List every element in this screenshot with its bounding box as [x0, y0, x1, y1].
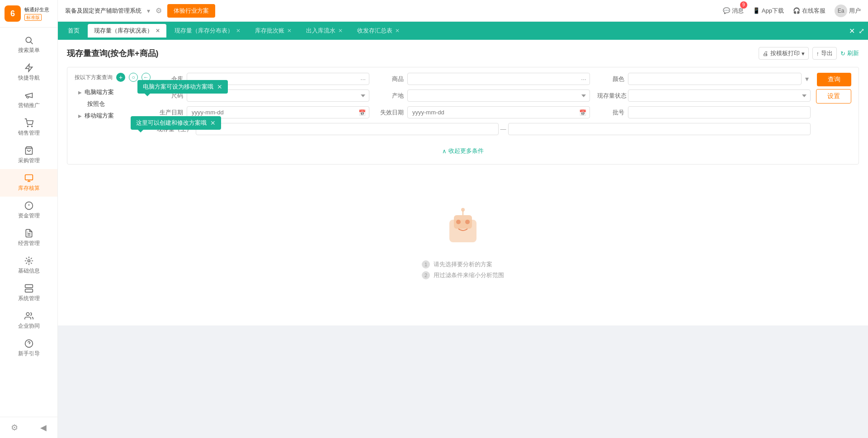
svg-point-4: [31, 126, 32, 127]
sidebar-item-marketing[interactable]: 营销推广: [0, 86, 57, 114]
sidebar-item-sales[interactable]: 销售管理: [0, 114, 57, 141]
sidebar-item-guide[interactable]: 新手引导: [0, 334, 57, 362]
step-2-num: 2: [422, 271, 430, 279]
industry-plan-button[interactable]: 体验行业方案: [167, 4, 215, 18]
tab-close-icon[interactable]: ✕: [338, 28, 343, 34]
tab-inventory-dist[interactable]: 现存量（库存分布表） ✕: [168, 24, 247, 38]
filter-row-1: 仓库 ··· 商品 ···: [156, 73, 811, 85]
expire-date-calendar-icon[interactable]: 📅: [579, 109, 586, 116]
export-icon: ↑: [816, 50, 820, 57]
tab-inout-flow[interactable]: 出入库流水 ✕: [300, 24, 349, 38]
user-avatar: Ea: [835, 5, 847, 17]
system-icon: [24, 284, 33, 293]
message-button[interactable]: 💬 消息 9: [723, 7, 744, 15]
query-button[interactable]: 查询: [817, 73, 851, 86]
color-input[interactable]: [628, 73, 802, 85]
tab-inventory-status[interactable]: 现存量（库存状况表） ✕: [88, 24, 166, 38]
brand-name: 畅通好生意: [24, 6, 49, 13]
app-download-button[interactable]: 📱 App下载: [753, 7, 784, 15]
sidebar-item-label: 基础信息: [18, 267, 40, 275]
filter-field-expire-date: 失效日期 📅: [377, 106, 590, 118]
sidebar-item-operation[interactable]: 经营管理: [0, 224, 57, 252]
origin-select[interactable]: [407, 89, 590, 102]
tab-label: 收发存汇总表: [357, 27, 392, 35]
filter-edit-button[interactable]: ○: [129, 73, 138, 82]
topbar: 装备及固定资产辅助管理系统 ▾ ⚙ 体验行业方案 💬 消息 9 📱 App下载 …: [58, 0, 868, 22]
message-badge: 9: [740, 1, 747, 9]
inventory-status-select[interactable]: [628, 89, 811, 102]
origin-label: 产地: [377, 92, 404, 100]
svg-point-19: [26, 313, 29, 316]
expire-date-input[interactable]: [407, 106, 590, 118]
sidebar-item-finance[interactable]: 资金管理: [0, 197, 57, 224]
enterprise-icon: [24, 311, 33, 320]
tab-batch-ledger[interactable]: 库存批次账 ✕: [249, 24, 298, 38]
edit-tooltip-close-icon[interactable]: ✕: [210, 119, 216, 127]
warehouse-dots-icon[interactable]: ···: [360, 75, 366, 83]
tab-close-icon[interactable]: ✕: [395, 28, 400, 34]
filter-add-button[interactable]: +: [116, 73, 125, 82]
color-dropdown-button[interactable]: ▾: [803, 75, 811, 83]
topbar-gear-icon[interactable]: ⚙: [156, 6, 162, 15]
sidebar-item-system[interactable]: 系统管理: [0, 279, 57, 307]
sidebar-item-purchase[interactable]: 采购管理: [0, 141, 57, 169]
guide-icon: [24, 339, 33, 348]
collapse-row[interactable]: ∧ 收起更多条件: [75, 143, 851, 159]
export-button[interactable]: ↑ 导出: [812, 47, 837, 60]
filter-field-batch: 批号: [597, 106, 811, 118]
tab-close-icon[interactable]: ✕: [287, 28, 292, 34]
tab-label: 出入库流水: [306, 27, 335, 35]
edit-tooltip-arrow: [138, 130, 143, 132]
quantity-max-input[interactable]: [508, 123, 811, 135]
expire-date-label: 失效日期: [377, 108, 404, 117]
svg-point-14: [28, 260, 30, 262]
empty-step-2: 2 用过滤条件来缩小分析范围: [422, 271, 504, 279]
sidebar: 6 畅通好生意 标准版 搜索菜单 快捷导航 营销推广 销售管理 采购管理: [0, 0, 58, 438]
cart-icon: [24, 118, 33, 127]
tooltip-close-icon[interactable]: ✕: [217, 83, 222, 90]
scheme-panel: 按以下方案查询 + ○ ←: [75, 73, 151, 122]
tab-collection-summary[interactable]: 收发存汇总表 ✕: [351, 24, 406, 38]
sidebar-item-inventory[interactable]: 库存核算: [0, 169, 57, 197]
sidebar-item-search[interactable]: 搜索菜单: [0, 31, 57, 59]
refresh-button[interactable]: ↻ 刷新: [840, 49, 859, 57]
quantity-sep: —: [500, 126, 506, 132]
print-template-button[interactable]: 🖨 按模板打印 ▾: [759, 47, 809, 60]
logo-text-wrap: 畅通好生意 标准版: [24, 6, 49, 20]
print-icon: 🖨: [763, 50, 769, 57]
user-profile[interactable]: Ea 用户: [835, 5, 861, 17]
filter-fields-panel: 仓库 ··· 商品 ···: [156, 73, 811, 140]
quantity-min-input[interactable]: [196, 123, 499, 135]
sidebar-item-label: 营销推广: [18, 102, 40, 109]
filter-field-goods: 商品 ···: [377, 73, 590, 85]
topbar-dropdown-arrow[interactable]: ▾: [147, 7, 150, 14]
prod-date-calendar-icon[interactable]: 📅: [359, 109, 366, 116]
goods-dots-icon[interactable]: ···: [581, 75, 586, 83]
tabbar: 首页 现存量（库存状况表） ✕ 现存量（库存分布表） ✕ 库存批次账 ✕ 出入库…: [58, 22, 868, 40]
tab-home[interactable]: 首页: [61, 24, 86, 38]
sidebar-item-basic[interactable]: 基础信息: [0, 252, 57, 279]
scheme-arrow: ▶: [78, 113, 82, 118]
tab-close-all-icon[interactable]: ✕: [849, 27, 855, 35]
online-service-button[interactable]: 🎧 在线客服: [793, 7, 826, 15]
settings-icon[interactable]: ⚙: [11, 423, 18, 433]
phone-icon: 📱: [753, 7, 760, 14]
sidebar-item-quick-nav[interactable]: 快捷导航: [0, 59, 57, 86]
reset-button[interactable]: 设置: [816, 89, 851, 104]
collapse-sidebar-icon[interactable]: ◀: [40, 423, 47, 433]
batch-input[interactable]: [628, 106, 811, 118]
page-actions: 🖨 按模板打印 ▾ ↑ 导出 ↻ 刷新: [759, 47, 859, 60]
tab-close-icon[interactable]: ✕: [156, 28, 160, 34]
user-name: 用户: [849, 7, 861, 15]
goods-input[interactable]: [407, 73, 590, 85]
mobile-scheme-label: 移动端方案: [85, 112, 114, 120]
filter-field-color: 颜色 ▾: [597, 73, 811, 85]
scheme-item-warehouse[interactable]: 按照仓: [87, 98, 151, 110]
tab-expand-icon[interactable]: ⤢: [859, 27, 864, 35]
filter-top-row: 按以下方案查询 + ○ ←: [75, 73, 851, 140]
refresh-icon: ↻: [840, 50, 845, 57]
svg-rect-6: [25, 175, 33, 180]
tab-close-icon[interactable]: ✕: [236, 28, 241, 34]
desktop-scheme-items: 按照仓: [78, 98, 151, 110]
sidebar-item-enterprise[interactable]: 企业协同: [0, 307, 57, 334]
